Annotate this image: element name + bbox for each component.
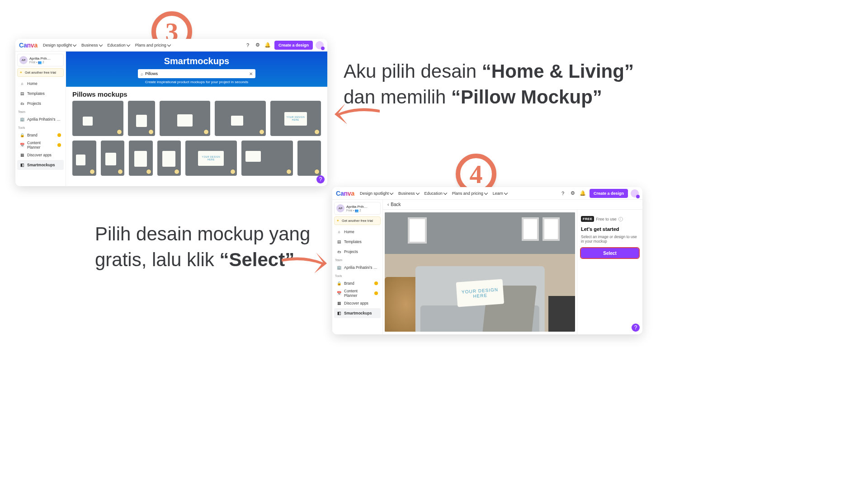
- nav-plans[interactable]: Plans and pricing: [452, 191, 487, 196]
- fab-help[interactable]: ?: [316, 175, 325, 183]
- nav-education[interactable]: Education: [425, 191, 447, 196]
- sidebar-item-content-planner[interactable]: 📅Content Planner: [334, 288, 381, 298]
- getting-started-desc: Select an image or design to use in your…: [581, 235, 639, 244]
- getting-started-title: Let's get started: [581, 226, 639, 232]
- trial-banner[interactable]: Get another free trial: [334, 216, 381, 225]
- hero-title: Smartmockups: [66, 56, 327, 66]
- sidebar: AP Aprilia Prih… Free • 👥 2 Get another …: [332, 200, 383, 334]
- nav-business[interactable]: Business: [398, 191, 419, 196]
- top-nav: Canva Design spotlight Business Educatio…: [332, 187, 642, 200]
- mockup-preview: YOUR DESIGN HERE: [383, 210, 577, 334]
- search-icon: ⌕: [141, 71, 143, 76]
- calendar-icon: 📅: [20, 143, 24, 147]
- mockup-card[interactable]: [215, 101, 266, 136]
- arrow-right-1: [282, 251, 327, 274]
- mockup-card[interactable]: [157, 141, 181, 176]
- crown-icon: [374, 282, 378, 285]
- select-button[interactable]: Select: [581, 248, 639, 258]
- search-input[interactable]: [145, 71, 247, 76]
- fab-help[interactable]: ?: [632, 324, 640, 332]
- top-nav: Canva Design spotlight Business Educatio…: [15, 39, 327, 52]
- help-icon[interactable]: ?: [559, 189, 567, 197]
- tools-label: Tools: [15, 124, 66, 130]
- right-panel: FREE Free to use i Let's get started Sel…: [577, 210, 642, 334]
- mockup-card[interactable]: YOUR DESIGN HERE: [185, 141, 237, 176]
- sidebar-item-team[interactable]: 🏢Aprilia Prihatini's …: [17, 114, 64, 124]
- mockup-card[interactable]: [128, 101, 155, 136]
- sidebar: AP Aprilia Prih… Free • 👥 2 Get another …: [15, 52, 66, 186]
- nav-education[interactable]: Education: [108, 43, 130, 47]
- user-name: Aprilia Prih…: [29, 56, 51, 61]
- canva-logo[interactable]: Canva: [336, 190, 354, 197]
- brand-icon: 🔒: [337, 281, 341, 286]
- account-switcher[interactable]: AP Aprilia Prih… Free • 👥 2: [17, 54, 64, 66]
- sidebar-item-projects[interactable]: 🗀Projects: [334, 247, 381, 257]
- arrow-left-1: [335, 102, 380, 125]
- sidebar-item-content-planner[interactable]: 📅Content Planner: [17, 140, 64, 150]
- nav-design-spotlight[interactable]: Design spotlight: [43, 43, 76, 47]
- create-design-button[interactable]: Create a design: [590, 189, 628, 198]
- main-content: ‹ Back YOUR DESIGN HERE: [383, 200, 642, 334]
- sidebar-item-discover[interactable]: ▦Discover apps: [334, 298, 381, 308]
- gear-icon[interactable]: ⚙: [254, 41, 262, 49]
- user-name: Aprilia Prih…: [346, 205, 368, 209]
- avatar[interactable]: [631, 189, 639, 197]
- mockup-card[interactable]: [160, 101, 211, 136]
- avatar-small: AP: [19, 56, 28, 64]
- back-button[interactable]: ‹ Back: [383, 200, 642, 210]
- smartmockups-icon: ◧: [337, 311, 341, 315]
- clear-icon[interactable]: ✕: [249, 71, 253, 76]
- crown-icon: [57, 133, 61, 137]
- nav-design-spotlight[interactable]: Design spotlight: [360, 191, 393, 196]
- templates-icon: ▤: [337, 239, 341, 244]
- account-switcher[interactable]: AP Aprilia Prih… Free • 👥 2: [334, 202, 381, 215]
- home-icon: ⌂: [337, 230, 341, 234]
- help-icon[interactable]: ?: [244, 41, 252, 49]
- tools-label: Tools: [332, 272, 382, 278]
- gear-icon[interactable]: ⚙: [569, 189, 577, 197]
- folder-icon: 🗀: [337, 249, 341, 254]
- home-icon: ⌂: [20, 81, 24, 86]
- mockup-card[interactable]: [72, 141, 96, 176]
- sidebar-item-brand[interactable]: 🔒Brand: [334, 278, 381, 288]
- nav-plans[interactable]: Plans and pricing: [135, 43, 170, 47]
- create-design-button[interactable]: Create a design: [274, 41, 313, 50]
- crown-icon: [57, 143, 61, 147]
- sidebar-item-home[interactable]: ⌂Home: [17, 79, 64, 89]
- sidebar-item-templates[interactable]: ▤Templates: [334, 237, 381, 247]
- mockup-card[interactable]: YOUR DESIGN HERE: [270, 101, 321, 136]
- team-icon: 🏢: [20, 117, 24, 122]
- avatar-small: AP: [336, 204, 344, 212]
- sidebar-item-team[interactable]: 🏢Aprilia Prihatini's …: [334, 263, 381, 272]
- nav-learn[interactable]: Learn: [493, 191, 507, 196]
- brand-icon: 🔒: [20, 133, 24, 137]
- mockup-card[interactable]: [129, 141, 153, 176]
- sidebar-item-smartmockups[interactable]: ◧Smartmockups: [334, 308, 381, 318]
- search-field[interactable]: ⌕ ✕: [138, 69, 255, 78]
- info-icon[interactable]: i: [618, 217, 623, 221]
- hero-subtitle: Create inspirational product mockups for…: [66, 80, 327, 84]
- sidebar-item-discover[interactable]: ▦Discover apps: [17, 150, 64, 160]
- mockup-card[interactable]: [72, 101, 123, 136]
- trial-banner[interactable]: Get another free trial: [17, 68, 64, 77]
- avatar[interactable]: [316, 41, 324, 49]
- user-plan: Free • 👥 2: [346, 209, 368, 212]
- annotation-1: Aku pilih desain “Home & Living” dan mem…: [344, 59, 651, 110]
- bell-icon[interactable]: 🔔: [264, 41, 272, 49]
- apps-icon: ▦: [20, 153, 24, 157]
- nav-business[interactable]: Business: [81, 43, 102, 47]
- sidebar-item-home[interactable]: ⌂Home: [334, 227, 381, 237]
- sidebar-item-projects[interactable]: 🗀Projects: [17, 99, 64, 108]
- mockup-card[interactable]: [241, 141, 293, 176]
- sidebar-item-brand[interactable]: 🔒Brand: [17, 130, 64, 140]
- templates-icon: ▤: [20, 91, 24, 96]
- sidebar-item-smartmockups[interactable]: ◧Smartmockups: [17, 160, 64, 170]
- pillow-placeholder: YOUR DESIGN HERE: [456, 279, 504, 307]
- calendar-icon: 📅: [337, 291, 341, 296]
- main-content: Smartmockups ⌕ ✕ Create inspirational pr…: [66, 52, 327, 186]
- mockup-card[interactable]: [297, 141, 321, 176]
- canva-logo[interactable]: Canva: [19, 42, 38, 49]
- bell-icon[interactable]: 🔔: [579, 189, 587, 197]
- sidebar-item-templates[interactable]: ▤Templates: [17, 89, 64, 99]
- mockup-card[interactable]: [101, 141, 125, 176]
